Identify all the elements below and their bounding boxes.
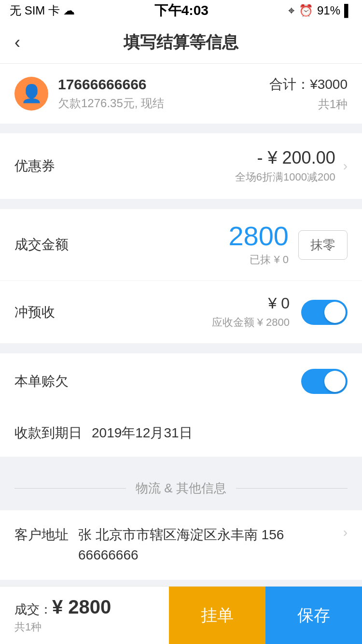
chevron-right-icon: › <box>343 158 348 174</box>
deal-erased: 已抹 ¥ 0 <box>228 252 289 267</box>
prepay-toggle[interactable] <box>301 300 348 325</box>
divider-2 <box>0 199 362 209</box>
round-zero-button[interactable]: 抹零 <box>298 230 348 260</box>
divider-1 <box>0 124 362 133</box>
address-row[interactable]: 客户地址 张 北京市市辖区海淀区永丰南 156 66666666 › <box>0 510 362 580</box>
total-amount: 合计：¥3000 <box>269 75 348 94</box>
no-sim-text: 无 SIM 卡 ☁ <box>10 3 75 18</box>
alarm-icon: ⏰ <box>299 4 313 17</box>
debt-toggle[interactable] <box>301 369 348 394</box>
prepay-label: 冲预收 <box>14 303 55 322</box>
customer-phone: 17666666666 <box>58 76 164 93</box>
back-button[interactable]: ‹ <box>14 32 20 53</box>
nav-bar: ‹ 填写结算等信息 <box>0 21 362 64</box>
coupon-desc: 全场6折满1000减200 <box>235 170 335 184</box>
logistics-section-header: 物流 & 其他信息 <box>0 466 362 510</box>
divider-3 <box>0 344 362 353</box>
deal-label: 成交金额 <box>14 236 69 254</box>
header-line-right <box>236 488 348 489</box>
debt-toggle-knob <box>324 371 346 392</box>
coupon-label: 优惠券 <box>14 157 55 175</box>
avatar-icon: 👤 <box>21 84 42 104</box>
due-date-row: 收款到期日 2019年12月31日 <box>0 409 362 457</box>
header-line-left <box>14 488 126 489</box>
total-count: 共1种 <box>269 97 348 112</box>
address-chevron-icon: › <box>343 525 348 540</box>
address-value: 张 北京市市辖区海淀区永丰南 156 66666666 <box>78 525 334 565</box>
battery-icon: ▌ <box>344 4 352 17</box>
deal-amount-value: 2800 <box>228 223 289 250</box>
status-time: 下午4:03 <box>154 1 209 20</box>
main-content: 👤 17666666666 欠款1276.35元, 现结 合计：¥3000 共1… <box>0 64 362 644</box>
prepay-amount: ¥ 0 <box>212 294 290 312</box>
status-right: ⌖ ⏰ 91% ▌ <box>288 4 352 17</box>
avatar: 👤 <box>14 77 48 111</box>
bottom-count: 共1种 <box>14 620 154 634</box>
coupon-amount: - ¥ 200.00 <box>235 148 335 168</box>
battery-text: 91% <box>317 4 340 17</box>
save-button[interactable]: 保存 <box>265 587 362 644</box>
customer-card: 👤 17666666666 欠款1276.35元, 现结 合计：¥3000 共1… <box>0 64 362 124</box>
debt-row: 本单赊欠 <box>0 353 362 409</box>
deal-amount-row: 成交金额 2800 已抹 ¥ 0 抹零 <box>0 209 362 281</box>
bottom-deal-amount: ¥ 2800 <box>52 596 111 617</box>
bottom-deal-label: 成交： <box>14 602 52 616</box>
due-date-label: 收款到期日 <box>14 424 82 442</box>
location-icon: ⌖ <box>288 4 295 17</box>
address-label: 客户地址 <box>14 525 69 544</box>
page-title: 填写结算等信息 <box>124 31 238 54</box>
status-bar: 无 SIM 卡 ☁ 下午4:03 ⌖ ⏰ 91% ▌ <box>0 0 362 21</box>
section-header-text: 物流 & 其他信息 <box>136 480 226 497</box>
status-left: 无 SIM 卡 ☁ <box>10 3 75 18</box>
coupon-row[interactable]: 优惠券 - ¥ 200.00 全场6折满1000减200 › <box>0 133 362 199</box>
bottom-deal-row: 成交：¥ 2800 <box>14 596 154 618</box>
bottom-bar: 成交：¥ 2800 共1种 挂单 保存 <box>0 586 362 644</box>
debt-label: 本单赊欠 <box>14 372 69 391</box>
due-date-value: 2019年12月31日 <box>92 424 193 442</box>
bottom-summary: 成交：¥ 2800 共1种 <box>0 596 169 634</box>
prepay-toggle-knob <box>324 302 346 323</box>
prepay-receivable: 应收金额 ¥ 2800 <box>212 315 290 330</box>
divider-4 <box>0 457 362 466</box>
prepay-row: 冲预收 ¥ 0 应收金额 ¥ 2800 <box>0 281 362 344</box>
hold-button[interactable]: 挂单 <box>169 587 265 644</box>
customer-debt: 欠款1276.35元, 现结 <box>58 96 164 111</box>
